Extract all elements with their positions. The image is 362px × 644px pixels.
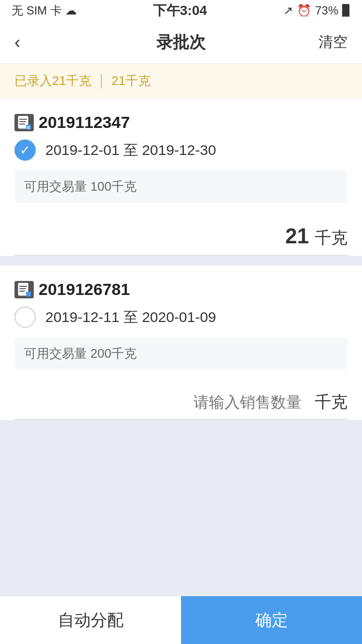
nav-bar: ‹ 录批次 清空 [0,21,362,64]
svg-rect-8 [19,288,26,289]
batch-id-1: 2019112347 [39,113,130,132]
svg-rect-3 [19,124,25,125]
recorded-value: 21千克 [111,72,151,89]
location-icon: ↗ [283,4,293,17]
auto-distribute-button[interactable]: 自动分配 [0,596,181,644]
banner-divider [101,74,102,88]
status-right: ↗ ⏰ 73% ▉ [283,4,350,17]
batch-item-1: ⊞ 2019112347 ✓ 2019-12-01 至 2019-12-30 可… [0,98,362,203]
battery-icon: ▉ [342,4,350,17]
bottom-bar: 自动分配 确定 [0,596,362,644]
sale-unit-2: 千克 [315,391,348,413]
amount-unit-1: 千克 [315,227,348,249]
recorded-label: 已录入21千克 [14,72,91,89]
radio-2[interactable] [14,307,36,328]
content-scroll: ⊞ 2019112347 ✓ 2019-12-01 至 2019-12-30 可… [0,98,362,644]
svg-rect-10 [26,292,31,296]
status-left: 无 SIM 卡 ☁ [12,3,77,18]
svg-text:⊞: ⊞ [27,125,30,129]
info-banner: 已录入21千克 21千克 [0,64,362,98]
back-button[interactable]: ‹ [14,32,43,53]
batch-date-2: 2019-12-11 至 2020-01-09 [45,308,216,327]
status-time: 下午3:04 [153,1,207,20]
sim-label: 无 SIM 卡 ☁ [12,3,77,18]
batch-date-row-2[interactable]: 2019-12-11 至 2020-01-09 [14,307,348,328]
status-bar: 无 SIM 卡 ☁ 下午3:04 ↗ ⏰ 73% ▉ [0,0,362,21]
confirm-button[interactable]: 确定 [181,596,362,644]
amount-value-1: 21 [285,224,309,248]
batch-available-2: 可用交易量 200千克 [14,337,348,370]
sale-quantity-input[interactable] [14,393,309,411]
batch-card-2: 2019126781 2019-12-11 至 2020-01-09 可用交易量… [0,266,362,420]
batch-available-1: 可用交易量 100千克 [14,170,348,203]
svg-rect-7 [19,286,27,287]
svg-rect-2 [19,121,26,122]
alarm-icon: ⏰ [297,4,311,17]
batch-card-1: ⊞ 2019112347 ✓ 2019-12-01 至 2019-12-30 可… [0,98,362,256]
batch-date-1: 2019-12-01 至 2019-12-30 [45,140,216,160]
batch-doc-icon-1: ⊞ [14,114,34,131]
batch-id-2: 2019126781 [39,280,130,299]
clear-button[interactable]: 清空 [319,32,348,52]
batch-item-2: 2019126781 2019-12-11 至 2020-01-09 可用交易量… [0,266,362,370]
svg-rect-1 [19,119,27,120]
section-gap [0,256,362,266]
radio-1[interactable]: ✓ [14,140,36,161]
amount-row-1: 21 千克 [0,214,362,249]
batch-date-row-1[interactable]: ✓ 2019-12-01 至 2019-12-30 [14,140,348,161]
batch-header-1: ⊞ 2019112347 [14,113,348,132]
batch-doc-icon-2 [14,281,34,298]
battery-label: 73% [315,4,338,17]
page-title: 录批次 [156,31,206,54]
input-row-2: 千克 [0,381,362,413]
batch-header-2: 2019126781 [14,280,348,299]
check-icon-1: ✓ [20,144,30,156]
svg-rect-9 [19,291,25,292]
